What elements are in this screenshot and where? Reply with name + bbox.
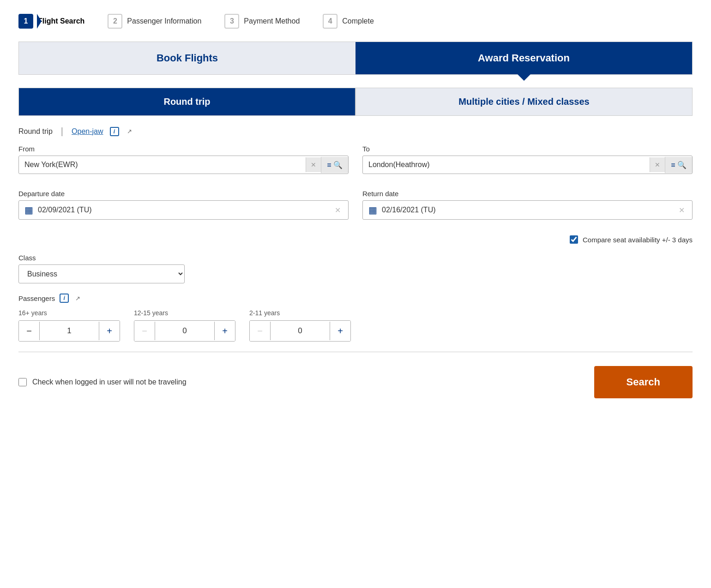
to-group: To ✕ ≡ 🔍 [362, 145, 693, 174]
to-input[interactable] [363, 156, 650, 174]
step-4[interactable]: 4 Complete [323, 14, 374, 29]
not-traveling-label: Check when logged in user will not be tr… [32, 378, 187, 386]
step-1-num: 1 [18, 14, 33, 29]
search-button[interactable]: Search [594, 366, 693, 398]
from-to-section: From ✕ ≡ 🔍 To ✕ ≡ 🔍 [18, 145, 693, 182]
child-minus-button[interactable]: − [250, 321, 270, 341]
step-2-label: Passenger Information [127, 17, 201, 25]
youth-plus-button[interactable]: + [215, 321, 235, 341]
trip-type-round[interactable]: Round trip [18, 88, 356, 116]
passengers-info-icon[interactable]: i [60, 294, 69, 303]
step-4-num: 4 [323, 14, 337, 29]
trip-options-row: Round trip | Open-jaw i ↗ [18, 126, 693, 137]
return-input-wrapper[interactable]: ▦ 02/16/2021 (TU) ✕ [362, 200, 693, 220]
passengers-section: Passengers i ↗ 16+ years − 1 + 12-15 yea… [18, 294, 693, 342]
separator: | [61, 126, 63, 137]
main-tabs: Book Flights Award Reservation [18, 42, 693, 75]
return-calendar-icon: ▦ [368, 204, 377, 216]
passenger-groups: 16+ years − 1 + 12-15 years − 0 + 2-11 y… [18, 309, 693, 342]
compare-label: Compare seat availability +/- 3 days [583, 236, 693, 244]
departure-clear-button[interactable]: ✕ [333, 206, 343, 215]
from-search-button[interactable]: ≡ 🔍 [321, 157, 348, 173]
return-clear-button[interactable]: ✕ [677, 206, 687, 215]
passengers-label: Passengers [18, 294, 55, 302]
external-link-icon[interactable]: ↗ [126, 127, 134, 136]
dates-section: Departure date ▦ 02/09/2021 (TU) ✕ Retur… [18, 190, 693, 228]
child-plus-button[interactable]: + [330, 321, 350, 341]
passenger-group-adult: 16+ years − 1 + [18, 309, 120, 342]
adult-minus-button[interactable]: − [19, 321, 39, 341]
step-1[interactable]: 1 Flight Search [18, 14, 84, 29]
step-2-num: 2 [108, 14, 122, 29]
return-group: Return date ▦ 02/16/2021 (TU) ✕ [362, 190, 693, 220]
class-select[interactable]: Economy Premium Economy Business First [18, 264, 185, 283]
departure-group: Departure date ▦ 02/09/2021 (TU) ✕ [18, 190, 349, 220]
youth-stepper: − 0 + [134, 320, 235, 342]
step-4-label: Complete [342, 17, 374, 25]
to-input-wrapper: ✕ ≡ 🔍 [362, 156, 693, 174]
return-date-value: 02/16/2021 (TU) [382, 206, 677, 214]
child-label: 2-11 years [249, 309, 351, 317]
not-traveling-row: Check when logged in user will not be tr… [18, 378, 187, 386]
progress-bar: 1 Flight Search 2 Passenger Information … [18, 14, 693, 29]
from-input[interactable] [19, 156, 306, 174]
round-trip-text: Round trip [18, 127, 53, 136]
step-3[interactable]: 3 Payment Method [224, 14, 300, 29]
divider [18, 352, 693, 352]
class-label: Class [18, 254, 693, 262]
trip-type-tabs: Round trip Multiple cities / Mixed class… [18, 88, 693, 116]
from-label: From [18, 145, 349, 153]
departure-input-wrapper[interactable]: ▦ 02/09/2021 (TU) ✕ [18, 200, 349, 220]
info-icon[interactable]: i [110, 127, 119, 136]
not-traveling-checkbox[interactable] [18, 378, 27, 386]
adult-label: 16+ years [18, 309, 120, 317]
child-stepper: − 0 + [249, 320, 351, 342]
step-2[interactable]: 2 Passenger Information [108, 14, 201, 29]
youth-label: 12-15 years [134, 309, 235, 317]
departure-label: Departure date [18, 190, 349, 198]
adult-value: 1 [39, 322, 99, 340]
adult-stepper: − 1 + [18, 320, 120, 342]
to-clear-button[interactable]: ✕ [650, 157, 665, 172]
from-clear-button[interactable]: ✕ [306, 157, 321, 172]
adult-plus-button[interactable]: + [99, 321, 120, 341]
departure-date-value: 02/09/2021 (TU) [38, 206, 333, 214]
to-search-button[interactable]: ≡ 🔍 [665, 157, 692, 173]
compare-checkbox[interactable] [570, 235, 578, 244]
child-value: 0 [270, 322, 330, 340]
return-label: Return date [362, 190, 693, 198]
departure-calendar-icon: ▦ [24, 204, 33, 216]
from-group: From ✕ ≡ 🔍 [18, 145, 349, 174]
tab-book-flights[interactable]: Book Flights [19, 42, 356, 74]
step-3-num: 3 [224, 14, 239, 29]
youth-minus-button[interactable]: − [134, 321, 155, 341]
class-section: Class Economy Premium Economy Business F… [18, 254, 693, 283]
youth-value: 0 [155, 322, 215, 340]
passenger-group-child: 2-11 years − 0 + [249, 309, 351, 342]
trip-type-multiple[interactable]: Multiple cities / Mixed classes [356, 88, 693, 116]
passenger-group-youth: 12-15 years − 0 + [134, 309, 235, 342]
to-label: To [362, 145, 693, 153]
step-3-label: Payment Method [244, 17, 300, 25]
compare-row: Compare seat availability +/- 3 days [18, 235, 693, 244]
passengers-external-icon[interactable]: ↗ [73, 294, 82, 302]
bottom-row: Check when logged in user will not be tr… [18, 366, 693, 398]
from-input-wrapper: ✕ ≡ 🔍 [18, 156, 349, 174]
open-jaw-link[interactable]: Open-jaw [72, 127, 103, 136]
step-1-label: Flight Search [38, 17, 84, 25]
passengers-label-row: Passengers i ↗ [18, 294, 693, 303]
tab-award-reservation[interactable]: Award Reservation [356, 42, 692, 74]
